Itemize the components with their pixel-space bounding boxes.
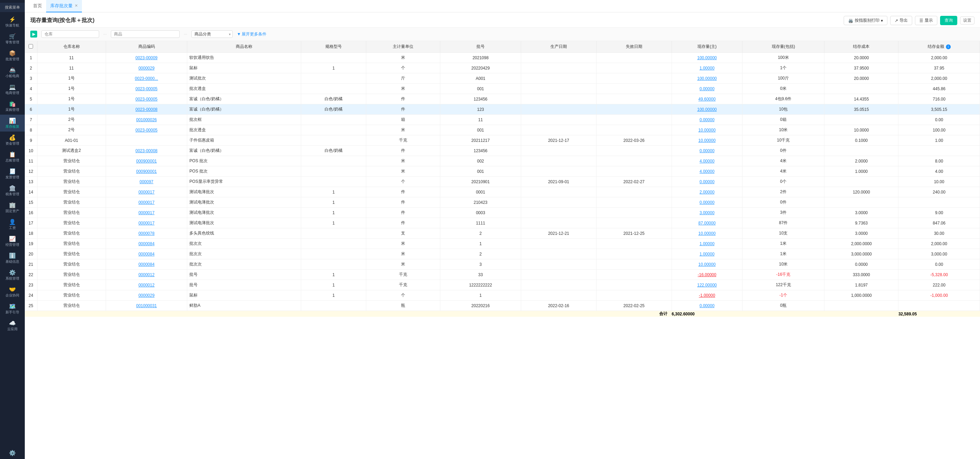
cell-total-cost: 37.95 <box>899 63 980 73</box>
product-input[interactable] <box>111 30 180 38</box>
sidebar-item-base[interactable]: ℹ️ 基础信息 <box>0 250 25 266</box>
print-button[interactable]: 🖨️ 按指股别打印 ▾ <box>844 16 888 25</box>
col-product-name: 商品名称 <box>187 41 301 53</box>
sidebar-item-guide[interactable]: 🗺️ 新手引导 <box>0 300 25 317</box>
cell-production-date: 2021-12-21 <box>521 228 596 239</box>
cell-warehouse: A01-01 <box>37 135 106 146</box>
sidebar-item-invoice[interactable]: 🧾 发票管理 <box>0 165 25 182</box>
cell-current-qty: 100.00000 <box>671 73 742 84</box>
table-row: 9 A01-01 子件佰惠皮箱 千克 20211217 2021-12-17 2… <box>25 135 980 146</box>
cell-current-qty: 4.00000 <box>671 156 742 166</box>
cell-warehouse: 2号 <box>37 115 106 125</box>
sidebar-item-asset[interactable]: 💰 资金管理 <box>0 132 25 148</box>
sidebar-quick-nav[interactable]: ⚡ 快速导航 <box>0 13 25 30</box>
cell-unit: 件 <box>366 187 440 197</box>
sidebar-item-overall[interactable]: 📋 总账管理 <box>0 148 25 165</box>
sidebar-item-cloud[interactable]: ☁️ 云应用 <box>0 317 25 334</box>
data-table: 仓库名称 商品编码 商品名称 规格型号 主计量单位 批号 生产日期 失效日期 现… <box>25 41 980 317</box>
cell-warehouse: 营业结仓 <box>37 259 106 269</box>
sidebar-item-retail[interactable]: 🛒 零售管理 <box>0 30 25 47</box>
cell-product-name: 批次框 <box>187 115 301 125</box>
select-all-checkbox[interactable] <box>29 44 33 49</box>
table-row: 13 营业结仓 000097 POS显示率货异常 个 20210901 2021… <box>25 177 980 187</box>
table-row: 22 营业结仓 0000012 批号 1 千克 33 -16.00000 -16… <box>25 269 980 280</box>
cell-current-qty-detail: 87件 <box>743 218 824 228</box>
cell-batch-no: 20210901 <box>440 177 521 187</box>
cell-batch-no: 0003 <box>440 208 521 218</box>
cell-current-qty: 10.00000 <box>671 259 742 269</box>
cell-current-qty-detail: 4米 <box>743 156 824 166</box>
category-select[interactable]: 商品分类 <box>191 30 233 38</box>
sidebar-item-ops[interactable]: 📈 经营管理 <box>0 233 25 250</box>
sidebar-search[interactable]: 搜索菜单 <box>0 3 25 12</box>
cell-expiry-date <box>596 280 671 290</box>
cell-current-qty-detail: 0箱 <box>743 115 824 125</box>
cell-expiry-date: 2022-03-26 <box>596 135 671 146</box>
query-button[interactable]: 查询 <box>940 16 957 25</box>
cell-total-cost: 0.00 <box>899 115 980 125</box>
sidebar-item-labor[interactable]: 👤 工资 <box>0 216 25 233</box>
table-area[interactable]: 仓库名称 商品编码 商品名称 规格型号 主计量单位 批号 生产日期 失效日期 现… <box>25 41 980 459</box>
cell-no: 4 <box>25 84 37 94</box>
cell-current-qty-detail: 4包9.6件 <box>743 94 824 104</box>
cell-spec: 1 <box>301 218 366 228</box>
sidebar-item-mini-ecom[interactable]: 🚢 小船电商 <box>0 64 25 81</box>
cell-product-code: 0023-0000... <box>106 73 187 84</box>
cell-warehouse: 营业结仓 <box>37 156 106 166</box>
cell-current-qty-detail: 10米 <box>743 259 824 269</box>
cell-no: 6 <box>25 104 37 115</box>
tab-close-icon[interactable]: ✕ <box>75 3 78 8</box>
tab-home[interactable]: 首页 <box>29 0 46 13</box>
cell-current-qty: 3.00000 <box>671 208 742 218</box>
print-dropdown-icon: ▾ <box>881 18 883 23</box>
cell-warehouse: 1号 <box>37 73 106 84</box>
cell-total-cost: 222.00 <box>899 280 980 290</box>
filter-warehouse <box>41 30 99 38</box>
cell-product-name: 测试电薄批次 <box>187 208 301 218</box>
col-product-code: 商品编码 <box>106 41 187 53</box>
sidebar-item-sys[interactable]: ⚙️ 系统管理 <box>0 266 25 284</box>
filter-category: 商品分类 ▾ <box>191 30 233 38</box>
total-cost-info-icon[interactable]: i <box>946 45 951 49</box>
toggle-button[interactable]: ☰ 显示 <box>915 16 937 25</box>
cell-product-name: 富诚（白色/奶橘） <box>187 146 301 156</box>
cell-current-qty: 0.00000 <box>671 197 742 208</box>
cell-current-qty: 4.00000 <box>671 166 742 177</box>
export-button[interactable]: ↗ 导出 <box>890 16 912 25</box>
cell-unit-cost: 20.0000 <box>824 53 899 63</box>
cell-expiry-date <box>596 187 671 197</box>
warehouse-input[interactable] <box>41 30 99 38</box>
settings-button[interactable]: 设置 <box>960 16 975 24</box>
filter-expand-arrow[interactable]: ▶ <box>30 31 37 38</box>
sidebar-settings-button[interactable]: ⚙️ <box>0 447 25 459</box>
cell-batch-no: 2021098 <box>440 53 521 63</box>
col-batch-no: 批号 <box>440 41 521 53</box>
cell-no: 17 <box>25 218 37 228</box>
sidebar-item-ecom[interactable]: 💻 电商管理 <box>0 81 25 98</box>
table-row: 18 营业结仓 0000078 多头異色绞线 支 2 2021-12-21 20… <box>25 228 980 239</box>
cell-expiry-date <box>596 166 671 177</box>
expand-conditions-button[interactable]: ▼ 展开更多条件 <box>237 31 266 37</box>
cell-batch-no: 20220216 <box>440 301 521 311</box>
cell-total-cost <box>899 301 980 311</box>
sidebar-item-wholesale[interactable]: 📦 批发管理 <box>0 47 25 64</box>
cell-expiry-date <box>596 115 671 125</box>
sidebar-item-collab[interactable]: 🤝 企业协同 <box>0 284 25 300</box>
cell-spec <box>301 249 366 259</box>
cell-expiry-date <box>596 290 671 301</box>
table-row: 23 营业结仓 0000012 批号 1 千克 1222222222 122.0… <box>25 280 980 290</box>
cell-unit-cost: 2,000.0000 <box>824 239 899 249</box>
col-total-cost: 结存金额 i <box>899 41 980 53</box>
sidebar-item-purchase[interactable]: 🛍️ 采购管理 <box>0 98 25 115</box>
cell-no: 9 <box>25 135 37 146</box>
table-row: 12 营业结仓 000900001 POS 批次 米 001 4.00000 4… <box>25 166 980 177</box>
sidebar-item-fixed-asset[interactable]: 🏢 固定资产 <box>0 199 25 216</box>
sidebar-item-tax[interactable]: 🏛️ 税务管理 <box>0 182 25 199</box>
cell-product-name: 鼠标 <box>187 290 301 301</box>
tab-inventory-batch[interactable]: 库存批次量 ✕ <box>46 0 82 13</box>
cell-unit: 支 <box>366 228 440 239</box>
cell-product-code: 0000012 <box>106 269 187 280</box>
cell-unit: 米 <box>366 259 440 269</box>
cell-expiry-date: 2022-02-25 <box>596 301 671 311</box>
sidebar-item-inventory[interactable]: 📊 库存核算 <box>0 115 25 132</box>
